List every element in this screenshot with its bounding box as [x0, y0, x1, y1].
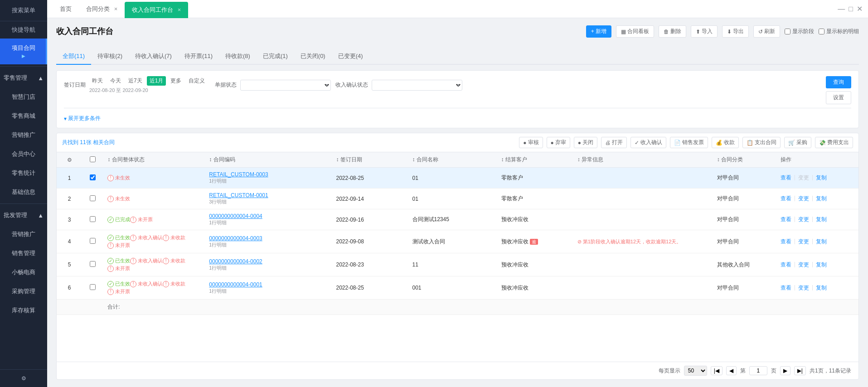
import-button[interactable]: ⬆ 导入: [691, 25, 718, 38]
page-size-select[interactable]: 50 10 20 100: [684, 366, 707, 376]
tab-close-contract-cat[interactable]: ×: [114, 5, 118, 12]
income-confirm-btn[interactable]: ✓ 收入确认: [630, 137, 666, 148]
sidebar-item-xiaobo[interactable]: 小畅电商: [0, 263, 47, 282]
minimize-btn[interactable]: —: [838, 5, 845, 13]
filter-tab-all[interactable]: 全部(11): [56, 48, 91, 65]
view-link[interactable]: 查看: [781, 216, 791, 223]
sidebar-item-marketing[interactable]: 营销推广: [0, 126, 47, 145]
expense-out-btn[interactable]: 💸 费用支出: [815, 137, 853, 148]
copy-link[interactable]: 复制: [816, 238, 827, 246]
sidebar-item-basic-info[interactable]: 基础信息: [0, 183, 47, 202]
row-checkbox[interactable]: [90, 195, 96, 201]
doc-status-select[interactable]: [240, 80, 331, 91]
copy-link[interactable]: 复制: [816, 195, 827, 203]
view-link[interactable]: 查看: [781, 284, 791, 292]
settings-icon[interactable]: ⚙: [67, 157, 72, 163]
out-contract-btn[interactable]: 📋 支出合同: [742, 137, 781, 148]
copy-link[interactable]: 复制: [816, 261, 827, 269]
first-page-btn[interactable]: |◀: [711, 366, 723, 375]
view-link[interactable]: 查看: [781, 195, 791, 203]
sidebar-item-retail-mgmt[interactable]: 零售管理 ▲: [0, 68, 47, 87]
sidebar-quick-nav[interactable]: 快捷导航: [0, 21, 47, 39]
copy-link[interactable]: 复制: [816, 216, 827, 223]
close-btn[interactable]: ✕: [857, 5, 863, 13]
view-link[interactable]: 查看: [781, 238, 791, 246]
sidebar-item-wholesale-mgmt[interactable]: 批发管理 ▲: [0, 206, 47, 225]
edit-link[interactable]: 变更: [798, 174, 809, 182]
sidebar-item-marketing2[interactable]: 营销推广: [0, 225, 47, 244]
th-settings[interactable]: ⚙: [57, 152, 82, 168]
sidebar-item-sales-mgmt[interactable]: 销售管理: [0, 244, 47, 263]
sidebar-item-retail-mall[interactable]: 零售商城: [0, 106, 47, 126]
contract-code-link[interactable]: RETAIL_CUSTOM-0003: [209, 171, 268, 178]
abandon-btn[interactable]: ● 弃审: [547, 137, 570, 148]
review-btn[interactable]: ● 审核: [519, 137, 543, 148]
show-stages-checkbox[interactable]: 显示阶段: [785, 28, 814, 35]
purchase-btn[interactable]: 🛒 采购: [784, 137, 811, 148]
th-select-all[interactable]: [82, 152, 103, 168]
tab-home[interactable]: 首页: [53, 0, 79, 18]
contract-code-link[interactable]: 0000000000004-0002: [209, 258, 262, 265]
date-last1month[interactable]: 近1月: [147, 76, 166, 86]
sidebar-item-smart-store[interactable]: 智慧门店: [0, 87, 47, 106]
close-contract-btn[interactable]: ● 关闭: [574, 137, 597, 148]
filter-tab-pending-payment[interactable]: 待收款(8): [219, 48, 257, 65]
sidebar-item-project[interactable]: 项目合同 ▶: [0, 39, 47, 64]
sidebar-item-member[interactable]: 会员中心: [0, 145, 47, 164]
payment-btn[interactable]: 💰 收款: [712, 137, 739, 148]
filter-tab-pending-invoice[interactable]: 待开票(11): [178, 48, 219, 65]
income-confirm-select[interactable]: [372, 80, 462, 91]
filter-tab-changed[interactable]: 已变更(4): [332, 48, 369, 65]
row-checkbox[interactable]: [90, 284, 96, 290]
query-button[interactable]: 查询: [826, 76, 851, 88]
date-today[interactable]: 今天: [107, 76, 124, 86]
tab-contract-cat[interactable]: 合同分类 ×: [79, 0, 125, 18]
date-yesterday[interactable]: 昨天: [89, 76, 106, 86]
filter-tab-closed[interactable]: 已关闭(0): [294, 48, 332, 65]
sidebar-search[interactable]: 搜索菜单: [0, 0, 47, 21]
search-settings-button[interactable]: 设置: [826, 91, 851, 104]
prev-page-btn[interactable]: ◀: [726, 366, 737, 375]
date-custom[interactable]: 自定义: [186, 76, 208, 86]
edit-link[interactable]: 变更: [798, 195, 809, 203]
add-button[interactable]: + 新增: [586, 25, 611, 38]
delete-button[interactable]: 🗑 删除: [659, 25, 686, 38]
row-checkbox[interactable]: [90, 261, 96, 267]
contract-code-link[interactable]: 0000000000004-0001: [209, 281, 262, 288]
contract-board-button[interactable]: ▦ 合同看板: [616, 25, 654, 38]
sidebar-item-retail-stats[interactable]: 零售统计: [0, 164, 47, 183]
tab-income-workbench[interactable]: 收入合同工作台 ×: [125, 2, 188, 18]
maximize-btn[interactable]: □: [849, 5, 853, 13]
show-marked-checkbox[interactable]: 显示标的明细: [819, 28, 859, 35]
date-last7[interactable]: 近7天: [126, 76, 145, 86]
filter-tab-pending-review[interactable]: 待审核(2): [91, 48, 129, 65]
edit-link[interactable]: 变更: [798, 261, 809, 269]
next-page-btn[interactable]: ▶: [780, 366, 790, 375]
view-link[interactable]: 查看: [781, 261, 791, 269]
export-button[interactable]: ⬇ 导出: [722, 25, 749, 38]
filter-tab-completed[interactable]: 已完成(1): [257, 48, 294, 65]
contract-code-link[interactable]: RETAIL_CUSTOM-0001: [209, 192, 268, 198]
sidebar-item-inventory[interactable]: 库存核算: [0, 301, 47, 320]
edit-link[interactable]: 变更: [798, 284, 809, 292]
page-input[interactable]: [749, 366, 767, 375]
edit-link[interactable]: 变更: [798, 238, 809, 246]
row-checkbox[interactable]: [90, 174, 96, 180]
expand-conditions-btn[interactable]: ▾ 展开更多条件: [64, 115, 851, 122]
copy-link[interactable]: 复制: [816, 174, 827, 182]
print-btn[interactable]: 🖨 打开: [601, 137, 627, 148]
tab-close-income-workbench[interactable]: ×: [178, 6, 181, 13]
filter-tab-pending-income-confirm[interactable]: 待收入确认(7): [129, 48, 178, 65]
contract-code-link[interactable]: 0000000000004-0004: [209, 213, 262, 219]
copy-link[interactable]: 复制: [816, 284, 827, 292]
sales-invoice-btn[interactable]: 📄 销售发票: [670, 137, 708, 148]
row-checkbox[interactable]: [90, 216, 96, 222]
last-page-btn[interactable]: ▶|: [794, 366, 806, 375]
edit-link[interactable]: 变更: [798, 216, 809, 223]
sidebar-settings-icon[interactable]: ⚙: [0, 369, 47, 387]
refresh-button[interactable]: ↺ 刷新: [753, 25, 780, 38]
sidebar-item-purchase[interactable]: 采购管理: [0, 282, 47, 301]
row-checkbox[interactable]: [90, 238, 96, 244]
contract-code-link[interactable]: 0000000000004-0003: [209, 235, 262, 242]
date-more[interactable]: 更多: [168, 76, 184, 86]
